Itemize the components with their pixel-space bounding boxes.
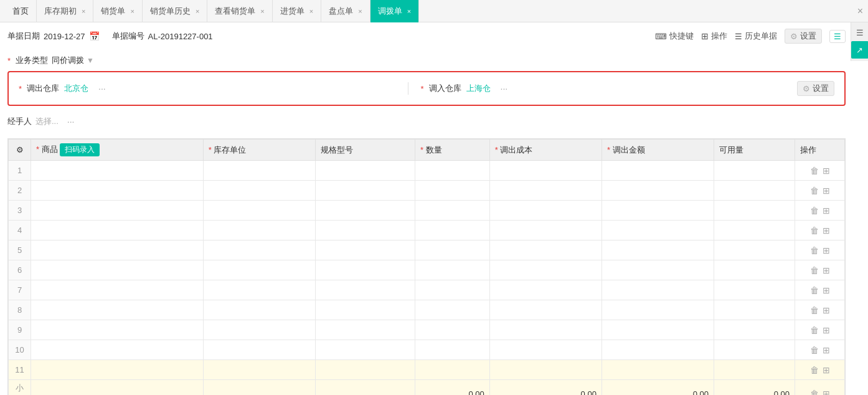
row-available[interactable]: [714, 201, 795, 221]
row-delete-icon[interactable]: 🗑: [810, 206, 819, 216]
row-copy-icon[interactable]: ⊞: [823, 285, 830, 295]
row-unit[interactable]: [203, 360, 315, 380]
row-unit[interactable]: [203, 201, 315, 221]
row-qty[interactable]: [415, 181, 489, 201]
row-spec[interactable]: [315, 221, 415, 240]
row-spec[interactable]: [315, 280, 415, 300]
row-qty[interactable]: [415, 161, 489, 181]
row-delete-icon[interactable]: 🗑: [810, 226, 819, 236]
row-copy-icon[interactable]: ⊞: [823, 365, 830, 375]
row-available[interactable]: [714, 221, 795, 240]
row-qty[interactable]: [415, 340, 489, 360]
sidebar-export-icon-button[interactable]: ↗: [851, 41, 869, 59]
row-amount[interactable]: [601, 280, 714, 300]
row-available[interactable]: [714, 340, 795, 360]
row-qty[interactable]: [415, 300, 489, 320]
row-amount[interactable]: [601, 201, 714, 221]
row-product[interactable]: [31, 300, 204, 320]
handler-select[interactable]: 选择...: [35, 116, 59, 127]
row-qty[interactable]: [415, 260, 489, 280]
row-amount[interactable]: [601, 360, 714, 380]
row-product[interactable]: [31, 161, 204, 181]
row-spec[interactable]: [315, 300, 415, 320]
row-qty[interactable]: [415, 221, 489, 240]
tab-close-purchase[interactable]: ×: [309, 7, 313, 15]
row-unit[interactable]: [203, 340, 315, 360]
row-delete-icon[interactable]: 🗑: [810, 285, 819, 295]
row-delete-icon[interactable]: 🗑: [810, 305, 819, 315]
tab-sales-order[interactable]: 销货单 ×: [93, 0, 142, 22]
row-available[interactable]: [714, 161, 795, 181]
row-spec[interactable]: [315, 320, 415, 340]
row-cost[interactable]: [489, 201, 601, 221]
calendar-icon[interactable]: 📅: [89, 31, 100, 41]
row-unit[interactable]: [203, 280, 315, 300]
row-available[interactable]: [714, 181, 795, 201]
row-cost[interactable]: [489, 260, 601, 280]
row-copy-icon[interactable]: ⊞: [823, 345, 830, 355]
tab-close-view-sales[interactable]: ×: [260, 7, 264, 15]
row-available[interactable]: [714, 320, 795, 340]
row-cost[interactable]: [489, 240, 601, 260]
row-delete-icon[interactable]: 🗑: [810, 365, 819, 375]
row-copy-icon[interactable]: ⊞: [823, 325, 830, 335]
tab-transfer[interactable]: 调拨单 ×: [370, 0, 419, 22]
settings-button[interactable]: ⚙ 设置: [785, 29, 822, 44]
sidebar-list-icon-button[interactable]: ☰: [852, 25, 867, 40]
close-all-tabs-button[interactable]: ×: [857, 6, 863, 17]
warehouse-in-value[interactable]: 上海仓: [466, 83, 491, 94]
row-unit[interactable]: [203, 260, 315, 280]
row-amount[interactable]: [601, 260, 714, 280]
row-spec[interactable]: [315, 360, 415, 380]
row-unit[interactable]: [203, 221, 315, 240]
row-product[interactable]: [31, 221, 204, 240]
row-spec[interactable]: [315, 181, 415, 201]
row-copy-icon[interactable]: ⊞: [823, 245, 830, 255]
tab-stocktake[interactable]: 盘点单 ×: [321, 0, 370, 22]
row-available[interactable]: [714, 260, 795, 280]
row-unit[interactable]: [203, 181, 315, 201]
scan-input-button[interactable]: 扫码录入: [60, 143, 100, 156]
row-delete-icon[interactable]: 🗑: [810, 166, 819, 176]
row-copy-icon[interactable]: ⊞: [823, 226, 830, 236]
row-unit[interactable]: [203, 300, 315, 320]
row-unit[interactable]: [203, 240, 315, 260]
tab-purchase[interactable]: 进货单 ×: [273, 0, 321, 22]
row-product[interactable]: [31, 360, 204, 380]
tab-close-sales-order[interactable]: ×: [130, 7, 134, 15]
row-qty[interactable]: [415, 320, 489, 340]
history-button[interactable]: ☰ 历史单据: [735, 31, 777, 42]
warehouse-in-more-button[interactable]: ···: [501, 83, 508, 93]
table-settings-icon[interactable]: ⚙: [16, 145, 24, 155]
tab-close-sales-history[interactable]: ×: [196, 7, 199, 15]
date-value[interactable]: 2019-12-27: [44, 32, 85, 41]
row-unit[interactable]: [203, 161, 315, 181]
subtotal-delete-icon[interactable]: 🗑: [810, 389, 819, 395]
row-spec[interactable]: [315, 161, 415, 181]
th-gear[interactable]: ⚙: [9, 140, 31, 161]
row-delete-icon[interactable]: 🗑: [810, 186, 819, 196]
row-delete-icon[interactable]: 🗑: [810, 245, 819, 255]
row-cost[interactable]: [489, 221, 601, 240]
row-delete-icon[interactable]: 🗑: [810, 265, 819, 275]
row-cost[interactable]: [489, 161, 601, 181]
tab-home[interactable]: 首页: [5, 0, 37, 22]
row-qty[interactable]: [415, 240, 489, 260]
subtotal-copy-icon[interactable]: ⊞: [823, 389, 830, 395]
row-product[interactable]: [31, 240, 204, 260]
shortcuts-button[interactable]: ⌨ 快捷键: [655, 31, 694, 42]
tab-close-stocktake[interactable]: ×: [358, 7, 362, 15]
tab-close-transfer[interactable]: ×: [407, 7, 411, 15]
row-cost[interactable]: [489, 360, 601, 380]
row-amount[interactable]: [601, 240, 714, 260]
line-view-button[interactable]: ☰: [829, 30, 846, 43]
row-spec[interactable]: [315, 260, 415, 280]
row-available[interactable]: [714, 300, 795, 320]
row-delete-icon[interactable]: 🗑: [810, 345, 819, 355]
row-copy-icon[interactable]: ⊞: [823, 186, 830, 196]
row-copy-icon[interactable]: ⊞: [823, 166, 830, 176]
row-amount[interactable]: [601, 221, 714, 240]
warehouse-out-more-button[interactable]: ···: [98, 83, 106, 93]
row-delete-icon[interactable]: 🗑: [810, 325, 819, 335]
row-available[interactable]: [714, 360, 795, 380]
